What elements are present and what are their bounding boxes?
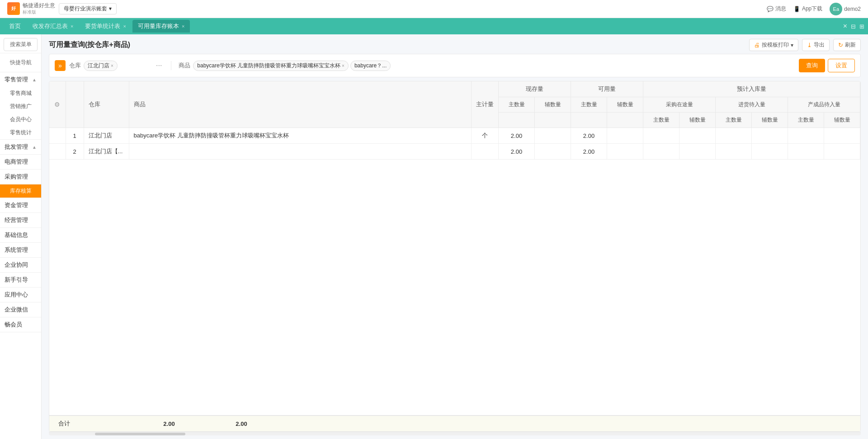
top-bar-right: 💬 消息 📱 App下载 Ea demo2 [767, 3, 861, 15]
sidebar-section-system-header[interactable]: 系统管理 [0, 243, 41, 257]
sidebar-section-enterprise-header[interactable]: 企业协同 [0, 258, 41, 272]
scroll-indicator [49, 432, 861, 435]
sidebar-guide-label: 新手引导 [5, 276, 28, 284]
app-download-btn[interactable]: 📱 App下载 [793, 5, 822, 13]
sidebar-section-system: 系统管理 [0, 243, 41, 258]
table-settings-icon[interactable]: ⚙ [54, 101, 60, 108]
th-purchase-aux: 辅数量 [679, 113, 716, 128]
tab-orders-close[interactable]: × [123, 24, 126, 29]
sidebar-search-area: 搜索菜单 [0, 34, 41, 53]
industry-selector[interactable]: 母婴行业演示账套 ▾ [59, 3, 117, 14]
th-available-main: 主数量 [571, 97, 607, 113]
sidebar-section-guide-header[interactable]: 新手引导 [0, 273, 41, 287]
filter-actions: 查询 设置 [799, 59, 855, 72]
sidebar-item-inventory[interactable]: 库存核算 [0, 184, 41, 198]
th-product: 商品 [129, 81, 472, 128]
tab-receipts-close[interactable]: × [71, 24, 73, 29]
tab-available[interactable]: 可用量库存账本 × [132, 20, 190, 33]
warehouse-tag[interactable]: 江北门店 × [84, 61, 118, 71]
sidebar-retail-chevron: ▲ [32, 77, 37, 82]
query-button[interactable]: 查询 [799, 59, 825, 72]
th-planned-group: 预计入库量 [643, 81, 860, 97]
th-goods-main: 主数量 [716, 113, 752, 128]
sidebar-item-marketing[interactable]: 营销推广 [0, 100, 41, 113]
sidebar-section-finance: 资金管理 [0, 198, 41, 213]
sidebar-shortcut-nav[interactable]: 快捷导航 [0, 56, 41, 69]
sidebar-section-wecom-header[interactable]: 企业微信 [0, 302, 41, 317]
settings-button[interactable]: 设置 [828, 59, 855, 72]
logo-title: 畅捷通好生意 [23, 2, 55, 9]
product-tag-1[interactable]: babycare学饮杯 儿童防摔防撞吸管杯重力球吸嘴杯宝宝水杯 × [193, 61, 349, 71]
minimize-tab-btn[interactable]: ⊟ [851, 23, 856, 30]
export-icon: ⤓ [807, 42, 812, 48]
sidebar-item-retail-shop[interactable]: 零售商城 [0, 87, 41, 100]
sidebar-section-operations-header[interactable]: 经营管理 [0, 213, 41, 227]
th-goods-pending: 进货待入量 [716, 97, 788, 113]
tab-receipts[interactable]: 收发存汇总表 × [27, 20, 79, 33]
row-goods-aux [752, 128, 788, 144]
filter-toggle-icon: » [58, 62, 62, 69]
sidebar-section-basic-header[interactable]: 基础信息 [0, 228, 41, 242]
user-area[interactable]: Ea demo2 [830, 3, 861, 15]
product-tag-2-text: babycare？... [354, 62, 387, 70]
sidebar-ecommerce-label: 电商管理 [5, 158, 28, 166]
th-available-aux: 辅数量 [607, 97, 643, 113]
row-available-aux [607, 144, 643, 160]
row-products-main [788, 144, 824, 160]
tab-available-close[interactable]: × [182, 24, 184, 29]
top-bar: 好 畅捷通好生意 标准版 母婴行业演示账套 ▾ 💬 消息 📱 App下载 Ea … [0, 0, 868, 18]
close-tab-btn[interactable]: × [843, 22, 847, 30]
product-tag-2[interactable]: babycare？... [350, 61, 391, 71]
print-icon: 🖨 [754, 42, 760, 48]
sidebar-section-appcenter-header[interactable]: 应用中心 [0, 288, 41, 302]
sidebar-section-retail-header[interactable]: 零售管理 ▲ [0, 72, 41, 87]
tab-orders-label: 要货单统计表 [85, 22, 120, 30]
message-btn[interactable]: 💬 消息 [767, 5, 786, 13]
row-available-main: 2.00 [571, 144, 607, 160]
sidebar-section-operations: 经营管理 [0, 213, 41, 228]
filter-divider [171, 61, 171, 70]
sidebar-nav: 快捷导航 [0, 53, 41, 72]
sidebar-section-purchase-header[interactable]: 采购管理 [0, 170, 41, 184]
print-label: 按模板打印 [762, 41, 789, 49]
product-tag-1-close[interactable]: × [342, 63, 344, 68]
sidebar-section-ecommerce-header[interactable]: 电商管理 [0, 155, 41, 169]
print-chevron: ▾ [791, 42, 793, 48]
row-stock-main: 2.00 [499, 128, 535, 144]
row-goods-main [716, 128, 752, 144]
sidebar-item-members[interactable]: 会员中心 [0, 113, 41, 126]
sidebar-wholesale-chevron: ▲ [32, 145, 37, 150]
message-label: 消息 [775, 5, 786, 13]
sidebar-member-label: 畅会员 [5, 321, 22, 329]
export-btn[interactable]: ⤓ 导出 [802, 39, 830, 51]
content-area: 可用量查询(按仓库+商品) 🖨 按模板打印 ▾ ⤓ 导出 ↻ 刷新 [42, 34, 868, 439]
th-warehouse: 仓库 [84, 81, 129, 128]
th-products-aux: 辅数量 [824, 113, 860, 128]
sidebar-section-guide: 新手引导 [0, 273, 41, 288]
warehouse-tag-text: 江北门店 [88, 62, 109, 70]
search-menu-button[interactable]: 搜索菜单 [4, 38, 38, 51]
tab-home[interactable]: 首页 [4, 20, 26, 33]
tab-orders[interactable]: 要货单统计表 × [80, 20, 131, 33]
sidebar-section-wholesale-header[interactable]: 批发管理 ▲ [0, 140, 41, 154]
warehouse-tag-close[interactable]: × [111, 63, 113, 68]
sidebar-section-member-header[interactable]: 畅会员 [0, 317, 41, 332]
footer-available-total: 2.00 [223, 420, 259, 427]
product-tag-1-text: babycare学饮杯 儿童防摔防撞吸管杯重力球吸嘴杯宝宝水杯 [197, 62, 340, 70]
sidebar-wecom-label: 企业微信 [5, 306, 28, 314]
maximize-tab-btn[interactable]: ⊞ [859, 23, 864, 30]
th-stock-main: 主数量 [499, 97, 535, 113]
row-product: babycare学饮杯 儿童防摔防撞吸管杯重力球吸嘴杯宝宝水杯 [129, 128, 472, 144]
warehouse-tag-area: 江北门店 × [84, 61, 151, 71]
refresh-btn[interactable]: ↻ 刷新 [833, 39, 861, 51]
print-btn[interactable]: 🖨 按模板打印 ▾ [749, 39, 798, 51]
row-purchase-main [643, 128, 679, 144]
sidebar-retail-label: 零售管理 [5, 76, 28, 84]
industry-label: 母婴行业演示账套 [64, 5, 107, 13]
sidebar-section-finance-header[interactable]: 资金管理 [0, 198, 41, 212]
sidebar-item-retail-stats[interactable]: 零售统计 [0, 126, 41, 139]
warehouse-more-dots[interactable]: ··· [154, 61, 164, 70]
filter-toggle-btn[interactable]: » [55, 60, 66, 71]
tab-receipts-label: 收发存汇总表 [33, 22, 68, 30]
scroll-thumb[interactable] [95, 433, 185, 435]
